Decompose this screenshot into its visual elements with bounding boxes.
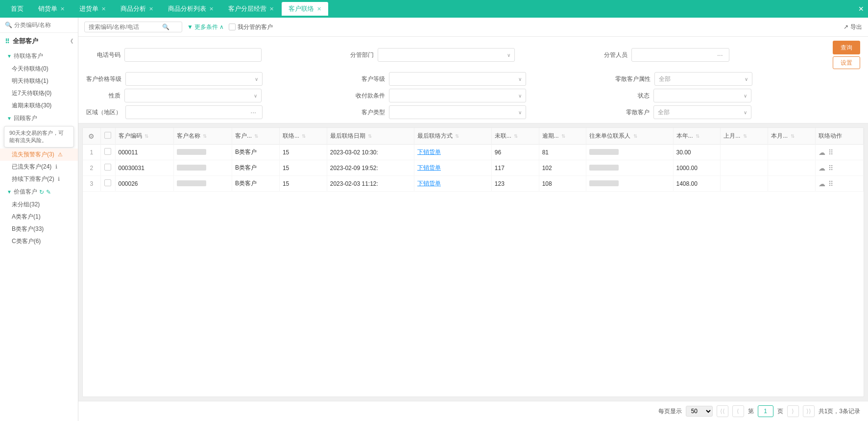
- more-action-icon[interactable]: ⠿: [828, 149, 833, 156]
- last-page-button[interactable]: ⟩⟩: [803, 405, 815, 417]
- sort-icon[interactable]: ⇅: [743, 133, 747, 139]
- sidebar-group-pending[interactable]: ▼ 待联络客户: [0, 50, 78, 63]
- tab-analysis-list[interactable]: 商品分析列表 ✕: [161, 2, 220, 16]
- per-page-select[interactable]: 50 100: [686, 406, 713, 417]
- ellipsis-icon[interactable]: ···: [715, 51, 725, 59]
- sidebar-item-class-c[interactable]: C类客户(6): [0, 235, 78, 248]
- sidebar-search-input[interactable]: [14, 22, 73, 28]
- sidebar-item-declining[interactable]: 持续下滑客户(2) ℹ: [0, 173, 78, 185]
- sort-icon[interactable]: ⇅: [145, 133, 148, 139]
- chevron-down-icon: ∨: [518, 93, 522, 99]
- sidebar-item-churn-warning[interactable]: 流失预警客户(3) ⚠: [0, 149, 78, 161]
- filter-zero-cust-select[interactable]: 全部 ∨: [653, 105, 751, 119]
- row-last-method[interactable]: 下销货单: [414, 176, 492, 192]
- filter-zero-attr-select[interactable]: 全部 ∨: [654, 72, 752, 86]
- checkbox-icon[interactable]: [229, 24, 236, 30]
- tab-home[interactable]: 首页: [4, 2, 30, 16]
- row-checkbox[interactable]: [100, 145, 115, 160]
- my-customers-checkbox[interactable]: 我分管的客户: [229, 23, 273, 31]
- filter-price-level-select[interactable]: ∨: [125, 72, 263, 86]
- filter-person-select[interactable]: ···: [631, 48, 729, 62]
- table-area: ⚙ 客户编码 ⇅ 客户名称 ⇅: [82, 127, 864, 397]
- close-icon[interactable]: ✕: [101, 6, 106, 12]
- more-action-icon[interactable]: ⠿: [828, 164, 833, 172]
- row-contact: 15: [279, 160, 327, 176]
- gear-icon[interactable]: ⚙: [88, 132, 95, 140]
- sidebar-all-customers[interactable]: ⠿ 全部客户 《: [0, 33, 78, 50]
- row-checkbox[interactable]: [100, 176, 115, 192]
- filter-dept-select[interactable]: ∨: [378, 48, 515, 62]
- info-icon: ℹ: [55, 164, 57, 170]
- sidebar-item-week-pending[interactable]: 近7天待联络(0): [0, 87, 78, 99]
- close-icon[interactable]: ✕: [149, 6, 153, 12]
- search-button[interactable]: 🔍: [162, 24, 169, 30]
- sort-icon[interactable]: ⇅: [302, 133, 306, 139]
- table-settings-col[interactable]: ⚙: [83, 128, 100, 145]
- row-checkbox[interactable]: [100, 160, 115, 176]
- sidebar-item-unclassified[interactable]: 未分组(32): [0, 198, 78, 211]
- search-input[interactable]: [89, 24, 162, 30]
- chevron-down-icon: ∨: [744, 93, 747, 99]
- settings-button[interactable]: 设置: [833, 56, 860, 69]
- sort-icon[interactable]: ⇅: [514, 133, 518, 139]
- next-page-button[interactable]: ⟩: [787, 405, 799, 417]
- sidebar-group-churn[interactable]: ▼ 回顾客户: [0, 112, 78, 125]
- filter-cust-level-select[interactable]: ∨: [389, 72, 526, 86]
- sidebar-group-value[interactable]: ▼ 价值客户 ↻ ✎: [0, 185, 78, 198]
- sort-icon[interactable]: ⇅: [561, 133, 565, 139]
- sort-icon[interactable]: ⇅: [455, 133, 459, 139]
- filter-status-label: 状态: [615, 92, 650, 100]
- tab-analysis[interactable]: 商品分析 ✕: [114, 2, 160, 16]
- sort-icon[interactable]: ⇅: [368, 133, 372, 139]
- sort-icon[interactable]: ⇅: [203, 133, 207, 139]
- ellipsis-icon2[interactable]: ···: [248, 108, 258, 116]
- filter-cust-type: 客户类型 ∨: [351, 105, 596, 119]
- window-close-button[interactable]: ✕: [858, 5, 864, 13]
- filter-dept: 分管部门 ∨: [339, 48, 573, 62]
- contact-icon[interactable]: ☁: [819, 180, 825, 188]
- filter-payment-select[interactable]: ∨: [389, 89, 526, 102]
- filter-nature-select[interactable]: ∨: [124, 89, 262, 102]
- close-icon[interactable]: ✕: [269, 6, 274, 12]
- close-icon[interactable]: ✕: [209, 6, 214, 12]
- tab-sales[interactable]: 销货单 ✕: [31, 2, 72, 16]
- contact-icon[interactable]: ☁: [819, 164, 825, 172]
- first-page-button[interactable]: ⟨⟨: [717, 405, 728, 417]
- sidebar-item-overdue-no-contact[interactable]: 逾期未联络(30): [0, 99, 78, 112]
- row-last-method[interactable]: 下销货单: [414, 145, 492, 160]
- search-bar: 🔍 ▼ 更多条件 ∧ 我分管的客户 ↗ 导出: [78, 18, 868, 37]
- sort-icon[interactable]: ⇅: [696, 133, 699, 139]
- tab-purchase[interactable]: 进货单 ✕: [72, 2, 113, 16]
- prev-page-button[interactable]: ⟨: [732, 405, 744, 417]
- row-last-method[interactable]: 下销货单: [414, 160, 492, 176]
- table-header-row: ⚙ 客户编码 ⇅ 客户名称 ⇅: [83, 128, 864, 145]
- sidebar-item-class-b[interactable]: B类客户(33): [0, 223, 78, 235]
- tab-customer-contact[interactable]: 客户联络 ✕: [282, 2, 328, 16]
- tab-customer-segment[interactable]: 客户分层经营 ✕: [221, 2, 281, 16]
- query-button[interactable]: 查询: [833, 41, 860, 54]
- filter-phone-input[interactable]: [124, 48, 262, 62]
- sidebar-item-churned[interactable]: 已流失客户(24) ℹ: [0, 161, 78, 173]
- edit-icon[interactable]: ✎: [46, 189, 51, 196]
- filter-cust-type-select[interactable]: ∨: [389, 105, 526, 119]
- filter-zero-cust: 零散客户 全部 ∨: [615, 105, 860, 119]
- sort-icon[interactable]: ⇅: [791, 133, 795, 139]
- refresh-icon[interactable]: ↻: [39, 189, 44, 196]
- sort-icon[interactable]: ⇅: [254, 133, 258, 139]
- page-number-input[interactable]: [758, 405, 773, 417]
- table-checkbox-col[interactable]: [100, 128, 115, 145]
- sidebar-item-class-a[interactable]: A类客户(1): [0, 211, 78, 223]
- close-icon[interactable]: ✕: [317, 6, 321, 12]
- col-code: 客户编码 ⇅: [115, 128, 173, 145]
- more-conditions-button[interactable]: ▼ 更多条件 ∧: [187, 23, 224, 31]
- header-checkbox[interactable]: [104, 132, 111, 139]
- sidebar-item-tomorrow-pending[interactable]: 明天待联络(1): [0, 75, 78, 87]
- contact-icon[interactable]: ☁: [819, 149, 825, 156]
- sort-icon[interactable]: ⇅: [633, 133, 637, 139]
- more-action-icon[interactable]: ⠿: [828, 180, 833, 188]
- filter-region-select[interactable]: ···: [125, 105, 263, 119]
- export-button[interactable]: ↗ 导出: [844, 23, 862, 31]
- close-icon[interactable]: ✕: [60, 6, 65, 12]
- sidebar-item-today-pending[interactable]: 今天待联络(0): [0, 63, 78, 75]
- filter-status-select[interactable]: ∨: [653, 89, 751, 102]
